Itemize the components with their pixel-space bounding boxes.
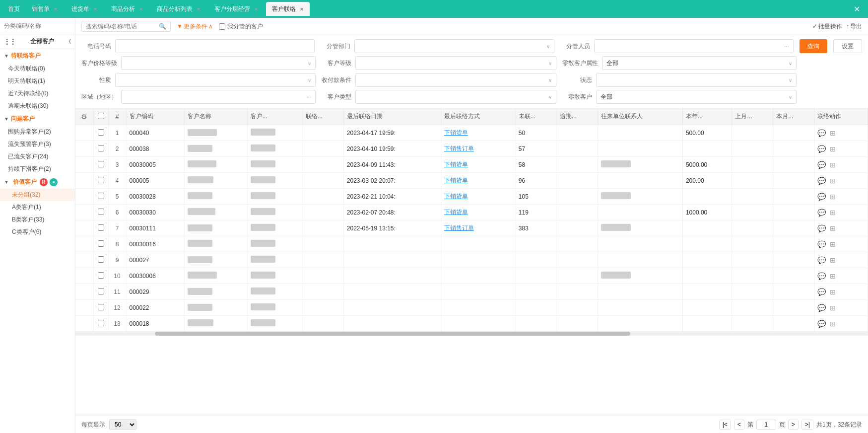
first-page-button[interactable]: |< (719, 420, 731, 430)
row-last-contact-method[interactable]: 下销售订单 (441, 220, 515, 236)
close-product-tab[interactable]: ✕ (139, 6, 143, 12)
price-level-select[interactable]: ∨ (121, 56, 316, 70)
horizontal-scrollbar[interactable] (75, 332, 868, 336)
row-select-checkbox[interactable] (98, 209, 104, 215)
settings-gear-icon[interactable]: ⚙ (81, 113, 87, 121)
chat-icon[interactable]: 💬 (817, 129, 826, 137)
row-checkbox[interactable] (93, 157, 108, 173)
nature-select[interactable]: ∨ (115, 73, 316, 87)
sidebar-item-overdue[interactable]: 逾期未联络(30) (0, 100, 75, 112)
sidebar-item-lost[interactable]: 已流失客户(24) (0, 150, 75, 163)
grid-action-icon[interactable]: ⊞ (830, 240, 836, 248)
chat-icon[interactable]: 💬 (817, 224, 826, 232)
next-page-button[interactable]: > (788, 420, 799, 430)
chat-icon[interactable]: 💬 (817, 145, 826, 153)
sidebar-item-ungrouped[interactable]: 未分组(32) (0, 189, 75, 201)
chat-icon[interactable]: 💬 (817, 161, 826, 169)
row-select-checkbox[interactable] (98, 177, 104, 183)
row-checkbox[interactable] (93, 189, 108, 205)
tab-product-analysis[interactable]: 商品分析 ✕ (105, 2, 149, 16)
th-select-all[interactable] (93, 108, 108, 125)
close-product-list-tab[interactable]: ✕ (197, 6, 200, 12)
th-last-month[interactable]: 上月... (732, 108, 773, 125)
sidebar-item-7days[interactable]: 近7天待联络(0) (0, 87, 75, 100)
customer-type-select[interactable]: ∨ (355, 90, 556, 104)
sidebar-item-class-a[interactable]: A类客户(1) (0, 201, 75, 214)
chat-icon[interactable]: 💬 (817, 256, 826, 264)
th-last-contact-method[interactable]: 最后联络方式 (441, 108, 515, 125)
row-last-contact-method[interactable] (441, 284, 515, 300)
scattered-select[interactable]: 全部 ∨ (596, 90, 797, 104)
close-contact-tab[interactable]: ✕ (300, 6, 304, 12)
tab-customer-tier[interactable]: 客户分层经营 ✕ (208, 2, 264, 16)
grid-action-icon[interactable]: ⊞ (830, 177, 836, 185)
more-conditions-button[interactable]: ▼ 更多条件 ∧ (177, 22, 213, 31)
row-select-checkbox[interactable] (98, 129, 104, 136)
th-no-contact-days[interactable]: 未联... (515, 108, 556, 125)
row-checkbox[interactable] (93, 220, 108, 236)
chat-icon[interactable]: 💬 (817, 193, 826, 201)
row-last-contact-method[interactable]: 下销货单 (441, 125, 515, 141)
row-select-checkbox[interactable] (98, 224, 104, 231)
tab-product-list[interactable]: 商品分析列表 ✕ (151, 2, 206, 16)
row-checkbox[interactable] (93, 173, 108, 189)
sidebar-group-value[interactable]: ▼ 价值客户 R ● (0, 175, 75, 189)
phone-input[interactable] (115, 39, 315, 53)
filter-search-icon[interactable]: 🔍 (159, 23, 166, 30)
home-tab[interactable]: 首页 (4, 5, 24, 13)
reset-button[interactable]: 设置 (833, 39, 862, 53)
tab-sales[interactable]: 销售单 ✕ (26, 2, 64, 16)
row-last-contact-method[interactable] (441, 236, 515, 252)
grid-action-icon[interactable]: ⊞ (830, 256, 836, 264)
tab-purchase[interactable]: 进货单 ✕ (66, 2, 103, 16)
row-select-checkbox[interactable] (98, 145, 104, 151)
row-last-contact-method[interactable] (441, 268, 515, 284)
row-select-checkbox[interactable] (98, 256, 104, 263)
chat-icon[interactable]: 💬 (817, 320, 826, 328)
th-customer-type[interactable]: 客户... (247, 108, 302, 125)
row-checkbox[interactable] (93, 300, 108, 316)
scattered-attr-select[interactable]: 全部 ∨ (602, 56, 797, 70)
th-this-month[interactable]: 本月... (773, 108, 814, 125)
row-checkbox[interactable] (93, 125, 108, 141)
row-select-checkbox[interactable] (98, 320, 104, 326)
person-select[interactable]: ··· (594, 39, 794, 53)
th-customer-code[interactable]: 客户编码 (126, 108, 184, 125)
payment-terms-select[interactable]: ∨ (355, 73, 556, 87)
grid-action-icon[interactable]: ⊞ (830, 161, 836, 169)
row-last-contact-method[interactable] (441, 300, 515, 316)
row-checkbox[interactable] (93, 316, 108, 332)
row-select-checkbox[interactable] (98, 240, 104, 247)
row-last-contact-method[interactable]: 下销货单 (441, 173, 515, 189)
chat-icon[interactable]: 💬 (817, 177, 826, 185)
grid-action-icon[interactable]: ⊞ (830, 320, 836, 328)
close-sales-tab[interactable]: ✕ (54, 6, 58, 12)
window-close-button[interactable]: ✕ (850, 4, 864, 14)
grid-action-icon[interactable]: ⊞ (830, 224, 836, 232)
th-customer-name[interactable]: 客户名称 (184, 108, 247, 125)
chat-icon[interactable]: 💬 (817, 272, 826, 280)
row-select-checkbox[interactable] (98, 272, 104, 279)
close-purchase-tab[interactable]: ✕ (93, 6, 97, 12)
sidebar-item-declining[interactable]: 持续下滑客户(2) (0, 163, 75, 175)
chat-icon[interactable]: 💬 (817, 240, 826, 248)
sidebar-item-abnormal[interactable]: 囤购异常客户(2) (0, 126, 75, 138)
row-last-contact-method[interactable]: 下销货单 (441, 189, 515, 205)
chat-icon[interactable]: 💬 (817, 209, 826, 216)
th-settings[interactable]: ⚙ (75, 108, 93, 125)
row-last-contact-method[interactable] (441, 316, 515, 332)
row-last-contact-method[interactable]: 下销货单 (441, 205, 515, 220)
prev-page-button[interactable]: < (734, 420, 744, 430)
grid-action-icon[interactable]: ⊞ (830, 193, 836, 201)
grid-action-icon[interactable]: ⊞ (830, 304, 836, 312)
select-all-checkbox[interactable] (98, 113, 104, 119)
row-checkbox[interactable] (93, 268, 108, 284)
row-checkbox[interactable] (93, 236, 108, 252)
sidebar-group-problem[interactable]: ▼ 问题客户 (0, 112, 75, 126)
customer-level-select[interactable]: ∨ (355, 56, 556, 70)
row-select-checkbox[interactable] (98, 288, 104, 294)
sidebar-item-tomorrow[interactable]: 明天待联络(1) (0, 75, 75, 87)
row-select-checkbox[interactable] (98, 161, 104, 167)
th-this-year[interactable]: 本年... (682, 108, 732, 125)
per-page-select[interactable]: 50 20 100 (109, 419, 136, 430)
